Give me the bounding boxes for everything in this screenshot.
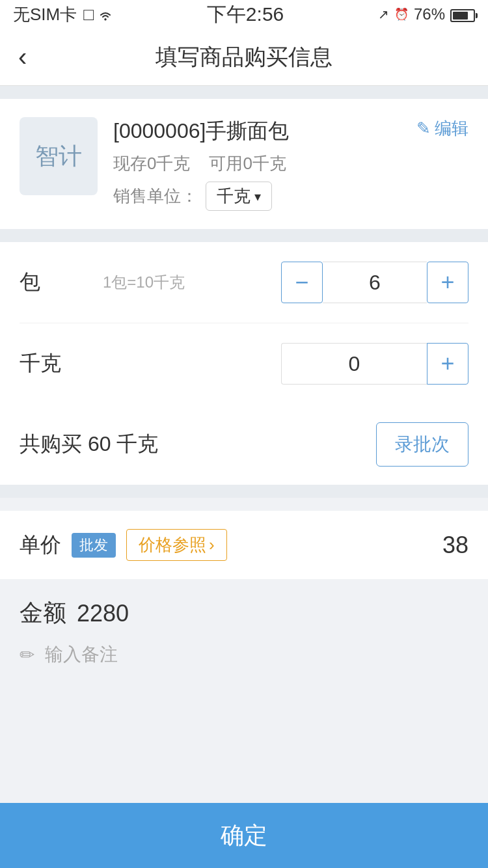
pencil-icon: ✏ [20,644,34,666]
product-stock: 现存0千克 可用0千克 [113,152,468,175]
mid-separator-2 [0,485,488,498]
product-info: [0000006]手撕面包 现存0千克 可用0千克 销售单位： 千克 ▾ [113,117,468,211]
bao-stepper: − + [281,262,468,303]
product-card: 智计 [0000006]手撕面包 现存0千克 可用0千克 销售单位： 千克 ▾ [0,99,488,229]
battery-icon [450,5,475,23]
status-right: ↗ ⏰ 76% [378,5,475,23]
mid-separator-1 [0,229,488,242]
qianke-stepper: + [281,343,468,385]
bao-label: 包 [20,268,98,297]
svg-point-0 [105,18,107,20]
product-name: [0000006]手撕面包 [113,117,468,146]
unit-select[interactable]: 千克 ▾ [206,182,272,211]
price-ref-arrow-icon: › [209,535,215,555]
carrier-label: 无SIM卡 [13,3,77,26]
edit-icon: ✎ [416,118,431,139]
qianke-input[interactable] [281,343,427,385]
top-separator [0,86,488,99]
bao-input-row: 包 1包=10千克 − + [20,242,468,323]
status-bar: 无SIM卡 □ 下午2:56 ↗ ⏰ 76% [0,0,488,29]
price-value: 38 [442,532,468,559]
amount-label: 金额 [20,597,66,629]
bao-hint: 1包=10千克 [103,272,281,293]
bao-input[interactable] [323,262,427,303]
wifi-icon: □ [83,5,113,25]
price-ref-button[interactable]: 价格参照 › [126,529,227,561]
qianke-label: 千克 [20,349,98,378]
confirm-label: 确定 [221,820,267,852]
battery-percent: 76% [414,5,445,23]
confirm-button[interactable]: 确定 [0,803,488,868]
product-logo: 智计 [35,141,82,172]
remark-placeholder: 输入备注 [45,642,118,667]
record-batch-button[interactable]: 录批次 [376,422,468,467]
product-thumbnail: 智计 [20,117,98,195]
dropdown-arrow-icon: ▾ [254,189,261,204]
status-left: 无SIM卡 □ [13,3,113,26]
pifa-badge: 批发 [72,533,116,558]
location-icon: ↗ [378,7,389,22]
bao-decrement-button[interactable]: − [281,262,323,303]
alarm-icon: ⏰ [394,7,409,21]
back-button[interactable]: ‹ [18,42,27,72]
amount-value: 2280 [77,600,129,627]
product-unit-row: 销售单位： 千克 ▾ [113,182,468,211]
remark-row[interactable]: ✏ 输入备注 [20,642,468,667]
qianke-input-row: 千克 + [20,323,468,404]
input-section: 包 1包=10千克 − + 千克 + [0,242,488,404]
summary-section: 共购买 60 千克 录批次 [0,404,488,485]
bao-increment-button[interactable]: + [427,262,468,303]
amount-section: 金额 2280 ✏ 输入备注 [0,579,488,680]
page-title: 填写商品购买信息 [156,42,332,72]
nav-bar: ‹ 填写商品购买信息 [0,29,488,86]
edit-button[interactable]: ✎ 编辑 [416,117,468,140]
price-row: 单价 批发 价格参照 › 38 [20,529,468,561]
price-label: 单价 [20,531,61,560]
qianke-increment-button[interactable]: + [427,343,468,385]
status-time: 下午2:56 [207,1,284,28]
price-section: 单价 批发 价格参照 › 38 [0,511,488,579]
summary-text: 共购买 60 千克 [20,430,158,459]
amount-row: 金额 2280 [20,597,468,629]
